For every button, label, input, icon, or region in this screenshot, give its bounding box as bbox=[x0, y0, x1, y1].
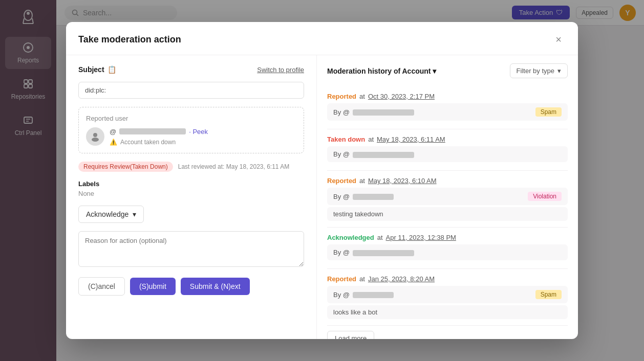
history-entry-3: Reported at May 18, 2023, 6:10 AM By @ V… bbox=[327, 171, 568, 228]
last-reviewed-text: Last reviewed at: May 18, 2023, 6:11 AM bbox=[178, 163, 289, 170]
entry-1-body: By @ Spam bbox=[327, 103, 568, 121]
reported-user-box: Reported user @ · Peek bbox=[78, 107, 304, 153]
user-info: @ · Peek ⚠️ Account taken down bbox=[110, 128, 208, 146]
entry-5-header: Reported at Jan 25, 2023, 8:20 AM bbox=[327, 275, 568, 283]
entry-5-handle bbox=[353, 292, 394, 298]
entry-1-preposition: at bbox=[359, 93, 365, 100]
entry-3-type: Reported bbox=[327, 177, 356, 185]
svg-point-16 bbox=[93, 133, 97, 137]
entry-4-header: Acknowledged at Apr 11, 2023, 12:38 PM bbox=[327, 234, 568, 241]
warning-icon: ⚠️ bbox=[110, 139, 117, 146]
submit-next-button[interactable]: Submit & (N)ext bbox=[181, 278, 250, 295]
entry-2-body: By @ bbox=[327, 146, 568, 162]
modal-title: Take moderation action bbox=[78, 34, 181, 45]
subject-input[interactable] bbox=[78, 82, 304, 99]
modal-header: Take moderation action × bbox=[66, 22, 578, 55]
reported-user-label: Reported user bbox=[86, 115, 296, 122]
reason-textarea[interactable] bbox=[78, 231, 304, 267]
entry-3-header: Reported at May 18, 2023, 6:10 AM bbox=[327, 177, 568, 185]
entry-4-body: By @ bbox=[327, 244, 568, 260]
entry-3-preposition: at bbox=[359, 177, 365, 185]
cancel-button[interactable]: (C)ancel bbox=[78, 277, 125, 296]
load-more-button[interactable]: Load more bbox=[327, 331, 374, 339]
entry-2-date[interactable]: May 18, 2023, 6:11 AM bbox=[377, 136, 445, 143]
entry-3-body: By @ Violation bbox=[327, 188, 568, 205]
user-handle: @ · Peek bbox=[110, 128, 208, 136]
entry-4-date[interactable]: Apr 11, 2023, 12:38 PM bbox=[386, 234, 456, 241]
user-avatar-icon bbox=[86, 127, 104, 146]
entry-1-handle bbox=[353, 109, 414, 116]
entry-1-header: Reported at Oct 30, 2023, 2:17 PM bbox=[327, 93, 568, 100]
review-row: Requires Review(Taken Down) Last reviewe… bbox=[78, 162, 304, 172]
labels-label: Labels bbox=[78, 180, 304, 188]
modal-overlay: Take moderation action × Subject 📋 Switc… bbox=[0, 0, 644, 361]
entry-3-badge: Violation bbox=[528, 192, 562, 201]
at-symbol: @ bbox=[110, 128, 116, 136]
history-entry-2: Taken down at May 18, 2023, 6:11 AM By @ bbox=[327, 129, 568, 171]
entry-4-handle bbox=[353, 250, 414, 256]
entry-5-preposition: at bbox=[359, 275, 365, 283]
entry-4-by: By @ bbox=[333, 249, 414, 256]
entry-1-type: Reported bbox=[327, 93, 356, 100]
entry-5-type: Reported bbox=[327, 275, 356, 283]
entry-3-by: By @ bbox=[333, 193, 394, 200]
modal-close-button[interactable]: × bbox=[551, 32, 566, 47]
entry-3-note: testing takedown bbox=[327, 207, 568, 221]
labels-value: None bbox=[78, 190, 304, 197]
history-entry-5: Reported at Jan 25, 2023, 8:20 AM By @ S… bbox=[327, 269, 568, 326]
entry-2-header: Taken down at May 18, 2023, 6:11 AM bbox=[327, 136, 568, 143]
filter-chevron-icon: ▾ bbox=[557, 67, 561, 75]
entry-5-body: By @ Spam bbox=[327, 286, 568, 303]
clipboard-icon: 📋 bbox=[108, 65, 116, 74]
svg-point-17 bbox=[92, 138, 99, 142]
submit-button[interactable]: (S)ubmit bbox=[130, 278, 176, 295]
taken-down-notice: ⚠️ Account taken down bbox=[110, 139, 208, 146]
entry-2-type: Taken down bbox=[327, 136, 365, 143]
entry-2-handle bbox=[353, 152, 414, 158]
labels-section: Labels None bbox=[78, 180, 304, 197]
entry-5-date[interactable]: Jan 25, 2023, 8:20 AM bbox=[368, 275, 435, 283]
entry-4-preposition: at bbox=[377, 234, 383, 241]
chevron-down-icon: ▾ bbox=[133, 210, 136, 218]
modal-right-panel: Moderation history of Account ▾ Filter b… bbox=[317, 55, 578, 339]
history-entry-1: Reported at Oct 30, 2023, 2:17 PM By @ S… bbox=[327, 86, 568, 129]
filter-by-type-button[interactable]: Filter by type ▾ bbox=[510, 63, 568, 78]
entry-5-badge: Spam bbox=[535, 290, 562, 299]
history-entry-4: Acknowledged at Apr 11, 2023, 12:38 PM B… bbox=[327, 228, 568, 269]
user-row: @ · Peek ⚠️ Account taken down bbox=[86, 127, 296, 146]
entry-5-by: By @ bbox=[333, 291, 394, 299]
entry-5-note: looks like a bot bbox=[327, 305, 568, 319]
peek-link[interactable]: · Peek bbox=[189, 128, 208, 136]
entry-2-by: By @ bbox=[333, 150, 414, 158]
entry-3-handle bbox=[353, 194, 394, 200]
status-badge: Requires Review(Taken Down) bbox=[78, 162, 173, 172]
subject-row: Subject 📋 Switch to profile bbox=[78, 65, 304, 74]
entry-2-preposition: at bbox=[368, 136, 374, 143]
modal: Take moderation action × Subject 📋 Switc… bbox=[66, 22, 578, 339]
chevron-down-icon: ▾ bbox=[433, 67, 436, 75]
modal-left-panel: Subject 📋 Switch to profile Reported use… bbox=[66, 55, 317, 339]
modal-body: Subject 📋 Switch to profile Reported use… bbox=[66, 55, 578, 339]
entry-1-by: By @ bbox=[333, 108, 414, 116]
entry-1-date[interactable]: Oct 30, 2023, 2:17 PM bbox=[368, 93, 435, 100]
modal-actions: (C)ancel (S)ubmit Submit & (N)ext bbox=[78, 277, 304, 296]
action-dropdown-button[interactable]: Acknowledge ▾ bbox=[78, 206, 144, 223]
entry-4-type: Acknowledged bbox=[327, 234, 374, 241]
history-title[interactable]: Moderation history of Account ▾ bbox=[327, 67, 436, 75]
entry-3-date[interactable]: May 18, 2023, 6:10 AM bbox=[368, 177, 437, 185]
right-panel-header: Moderation history of Account ▾ Filter b… bbox=[327, 63, 568, 78]
action-dropdown: Acknowledge ▾ bbox=[78, 206, 304, 223]
switch-to-profile-button[interactable]: Switch to profile bbox=[257, 66, 304, 74]
subject-label: Subject 📋 bbox=[78, 65, 116, 74]
entry-1-badge: Spam bbox=[535, 107, 562, 117]
handle-redacted bbox=[119, 128, 186, 134]
